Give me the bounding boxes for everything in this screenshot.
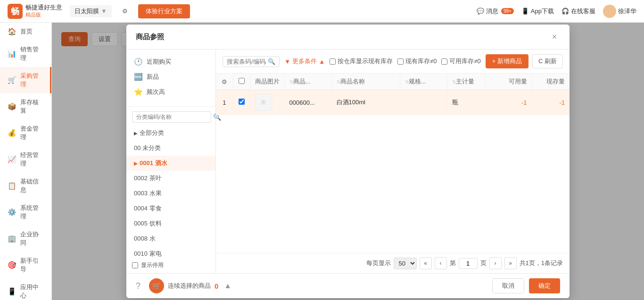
sidebar-item-inventory[interactable]: 📦 库存核算 xyxy=(0,93,51,120)
category-label: 0002 茶叶 xyxy=(134,174,162,183)
next-page-button[interactable]: › xyxy=(489,257,502,269)
store-selector[interactable]: 日太阳膜 ▼ xyxy=(70,5,112,17)
sidebar-item-sales[interactable]: 📊 销售管理 xyxy=(0,41,51,67)
message-icon: 💬 xyxy=(477,8,484,15)
category-label: 0001 酒水 xyxy=(140,159,167,167)
name-col-header[interactable]: ⇅商品名称 xyxy=(331,74,400,90)
category-item-liquor[interactable]: ▶ 0001 酒水 xyxy=(126,156,215,171)
product-unit-cell: 瓶 xyxy=(447,90,485,115)
filter-button[interactable]: ▼ 更多条件 ▲ xyxy=(284,57,325,66)
prev-page-button[interactable]: ‹ xyxy=(435,257,447,269)
warehouse-display-checkbox[interactable] xyxy=(330,58,336,65)
apps-icon: 📱 xyxy=(8,287,17,296)
checkbox-col-header[interactable] xyxy=(233,74,250,90)
available-stock-checkbox-wrap[interactable]: 现有库存≠0 xyxy=(397,57,437,66)
mobile-icon: 📱 xyxy=(521,8,529,15)
add-product-button[interactable]: + 新增商品 xyxy=(486,54,528,68)
cancel-button[interactable]: 取消 xyxy=(492,278,524,293)
category-item-snack[interactable]: 0004 零食 xyxy=(126,201,215,216)
category-label: 0010 家电 xyxy=(134,250,162,258)
app-download-nav-item[interactable]: 📱 App下载 xyxy=(521,7,554,16)
sidebar-item-label: 销售管理 xyxy=(20,45,44,62)
headset-icon: 🎧 xyxy=(561,8,569,15)
sidebar-item-label: 首页 xyxy=(20,27,33,36)
message-nav-item[interactable]: 💬 消息 99+ xyxy=(477,7,514,16)
code-col-header[interactable]: ⇅商品... xyxy=(284,74,331,90)
sidebar-item-apps[interactable]: 📱 应用中心 xyxy=(0,278,51,300)
page-number-input[interactable] xyxy=(459,258,478,269)
last-page-button[interactable]: » xyxy=(504,257,517,269)
sidebar-item-label: 采购管理 xyxy=(20,72,42,89)
sidebar-item-finance[interactable]: 💰 资金管理 xyxy=(0,120,51,146)
table-row[interactable]: 1 图 000600... 白酒100ml xyxy=(216,90,570,115)
available-col-header[interactable]: 可用量 xyxy=(485,74,532,90)
warehouse-display-checkbox-wrap[interactable]: 按仓库显示现有库存 xyxy=(330,57,393,66)
per-page-label: 每页显示 xyxy=(366,259,391,267)
per-page-select[interactable]: 50 xyxy=(394,258,417,269)
category-item-electronics[interactable]: 0010 家电 xyxy=(126,246,215,258)
service-nav-item[interactable]: 🎧 在线客服 xyxy=(561,7,595,16)
category-label: 0005 饮料 xyxy=(134,219,162,228)
pagination: 每页显示 50 « ‹ 第 页 › » 共1页，1条记录 xyxy=(216,253,570,273)
sidebar-item-basic-info[interactable]: 📋 基础信息 xyxy=(0,173,51,199)
select-all-checkbox[interactable] xyxy=(239,78,245,84)
available-stock-checkbox[interactable] xyxy=(397,58,404,65)
category-item-fruit[interactable]: 0003 水果 xyxy=(126,186,215,201)
category-item-tea[interactable]: 0002 茶叶 xyxy=(126,171,215,186)
sidebar-item-purchase[interactable]: 🛒 采购管理 xyxy=(0,67,51,93)
user-nav-item[interactable]: 徐泽华 xyxy=(603,5,636,18)
product-stock-cell: -1 xyxy=(532,90,570,115)
refresh-button[interactable]: C 刷新 xyxy=(532,54,563,68)
inventory-icon: 📦 xyxy=(8,102,17,111)
row-checkbox-cell[interactable] xyxy=(233,90,250,115)
quick-item-recent[interactable]: 🕐 近期购买 xyxy=(126,54,215,69)
logo-icon: 畅 xyxy=(8,4,23,19)
img-col-header: 商品图片 xyxy=(250,74,284,90)
cart-icon[interactable]: 🛒 xyxy=(149,278,164,293)
page-label-post: 页 xyxy=(480,259,487,267)
category-search-input[interactable] xyxy=(132,111,211,123)
category-item-water[interactable]: 0008 水 xyxy=(126,231,215,246)
unit-col-header[interactable]: ⇅主计量 xyxy=(447,74,485,90)
panel-divider xyxy=(126,106,215,107)
sidebar-item-home[interactable]: 🏠 首页 xyxy=(0,23,51,41)
clock-icon: 🕐 xyxy=(134,58,143,66)
enterprise-icon: 🏢 xyxy=(8,234,17,243)
avatar xyxy=(603,5,616,18)
settings-col-header[interactable]: ⚙ xyxy=(216,74,233,90)
confirm-button[interactable]: 确定 xyxy=(529,278,560,293)
category-item-beverage[interactable]: 0005 饮料 xyxy=(126,216,215,231)
modal-backdrop: 商品参照 × 🕐 近期购买 🆕 xyxy=(52,23,644,300)
first-page-button[interactable]: « xyxy=(420,257,432,269)
settings-icon[interactable]: ⚙ xyxy=(117,4,132,19)
sidebar-item-enterprise[interactable]: 🏢 企业协同 xyxy=(0,225,51,252)
sidebar-item-guide[interactable]: 🎯 新手引导 xyxy=(0,252,51,278)
sales-icon: 📊 xyxy=(8,50,17,58)
show-disabled-checkbox[interactable] xyxy=(132,262,138,268)
row-checkbox[interactable] xyxy=(239,99,245,105)
search-icon[interactable]: 🔍 xyxy=(268,58,275,65)
trial-button[interactable]: 体验行业方案 xyxy=(138,4,190,18)
category-item-uncategorized[interactable]: 00 未分类 xyxy=(126,141,215,156)
category-label: 0008 水 xyxy=(134,234,156,243)
spec-col-header[interactable]: ⇅规格... xyxy=(400,74,447,90)
category-label: 0004 零食 xyxy=(134,204,162,213)
home-icon: 🏠 xyxy=(8,27,17,36)
collapse-icon[interactable]: ▲ xyxy=(224,282,231,290)
sidebar-item-system[interactable]: ⚙️ 系统管理 xyxy=(0,199,51,225)
product-search-input[interactable] xyxy=(227,58,266,65)
page-content: 查询 设置 刷新 商品参照 × xyxy=(52,23,644,300)
quick-item-frequent[interactable]: ⭐ 频次高 xyxy=(126,84,215,100)
usable-stock-checkbox-wrap[interactable]: 可用库存≠0 xyxy=(441,57,480,66)
purchase-icon: 🛒 xyxy=(8,76,17,84)
modal-close-button[interactable]: × xyxy=(549,31,560,42)
sidebar-item-operations[interactable]: 📈 经营管理 xyxy=(0,146,51,173)
modal-title: 商品参照 xyxy=(136,33,164,42)
usable-stock-checkbox[interactable] xyxy=(441,58,447,65)
sidebar-item-label: 资金管理 xyxy=(20,125,44,142)
quick-item-new[interactable]: 🆕 新品 xyxy=(126,69,215,84)
help-icon[interactable]: ? xyxy=(136,281,140,291)
category-item-all[interactable]: ▶ 全部分类 xyxy=(126,125,215,141)
category-label: 0003 水果 xyxy=(134,189,162,198)
basic-info-icon: 📋 xyxy=(8,182,17,190)
